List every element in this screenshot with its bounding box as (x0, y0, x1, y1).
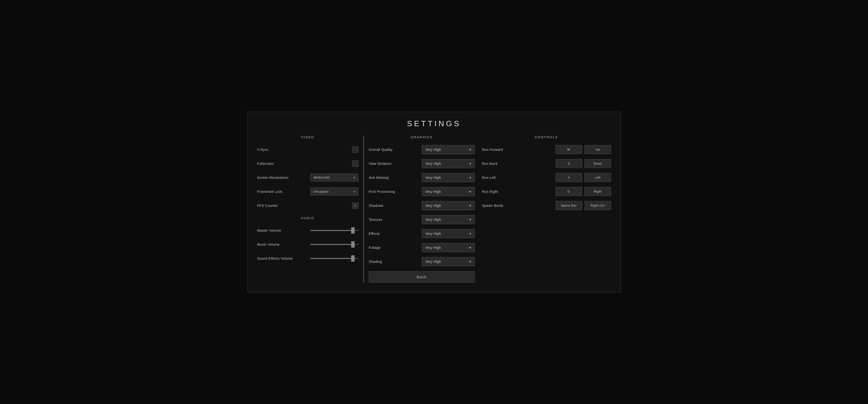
music-volume-row: Music Volume (257, 240, 359, 249)
effects-row: Effects Very High ▾ (369, 229, 475, 238)
master-volume-row: Master Volume (257, 226, 359, 235)
run-back-label: Run Back (482, 162, 514, 166)
fullscreen-checkbox[interactable] (352, 161, 359, 167)
view-distance-dropdown[interactable]: Very High ▾ (422, 159, 475, 168)
sfx-volume-slider[interactable] (310, 258, 359, 259)
foliage-label: Foliage (369, 246, 381, 250)
run-forward-label: Run Forward (482, 148, 514, 151)
spawn-bomb-label: Spawn Bomb (482, 204, 514, 207)
run-right-row: Run Right D Right (482, 187, 611, 197)
view-distance-label: View Distance (369, 162, 392, 166)
sfx-volume-thumb[interactable] (351, 255, 354, 262)
shading-row: Shading Very High ▾ (369, 257, 475, 266)
effects-value: Very High (426, 232, 441, 235)
spawn-bomb-row: Spawn Bomb Space Bar Right Ctrl (482, 201, 611, 210)
view-distance-value: Very High (426, 162, 441, 166)
run-left-key2[interactable]: Left (585, 173, 611, 182)
foliage-value: Very High (426, 246, 441, 250)
anti-aliasing-dropdown[interactable]: Very High ▾ (422, 173, 475, 182)
music-volume-thumb[interactable] (351, 241, 354, 248)
shading-dropdown[interactable]: Very High ▾ (422, 257, 475, 266)
run-right-key1[interactable]: D (556, 187, 582, 196)
anti-aliasing-value: Very High (426, 176, 441, 179)
vertical-divider (363, 135, 364, 283)
effects-label: Effects (369, 232, 380, 235)
chevron-down-icon: ▾ (469, 260, 471, 263)
overall-quality-label: Overall Quality (369, 148, 393, 151)
run-left-keys: A Left (514, 173, 611, 182)
chevron-down-icon: ▾ (469, 246, 471, 250)
framerate-label: Framerate Lock (257, 190, 282, 194)
run-forward-row: Run Forward W Up (482, 145, 611, 154)
framerate-value: Uncapped (313, 190, 329, 193)
vsync-label: V-Sync (257, 148, 269, 151)
master-volume-thumb[interactable] (351, 227, 354, 234)
shadows-dropdown[interactable]: Very High ▾ (422, 201, 475, 210)
overall-quality-row: Overall Quality Very High ▾ (369, 145, 475, 154)
foliage-row: Foliage Very High ▾ (369, 243, 475, 253)
graphics-column: GRAPHICS Overall Quality Very High ▾ Vie… (369, 135, 475, 283)
spawn-bomb-key1[interactable]: Space Bar (556, 201, 582, 210)
chevron-down-icon: ▾ (469, 162, 471, 166)
textures-row: Textures Very High ▾ (369, 215, 475, 225)
run-forward-keys: W Up (514, 145, 611, 154)
back-button[interactable]: Back (369, 271, 475, 283)
post-processing-label: Post Processing (369, 190, 395, 194)
shadows-row: Shadows Very High ▾ (369, 201, 475, 210)
controls-section-title: CONTROLS (482, 135, 611, 139)
run-back-key1[interactable]: S (556, 159, 582, 168)
chevron-down-icon: ▾ (469, 148, 471, 151)
sfx-volume-fill (310, 258, 351, 259)
vsync-row: V-Sync (257, 145, 359, 154)
spacer (475, 135, 482, 283)
view-distance-row: View Distance Very High ▾ (369, 159, 475, 169)
run-left-key1[interactable]: A (556, 173, 582, 182)
sfx-volume-row: Sound Effects Volume (257, 254, 359, 263)
sfx-volume-label: Sound Effects Volume (257, 257, 293, 260)
anti-aliasing-label: Anti Aliasing (369, 176, 389, 179)
screen-res-dropdown[interactable]: 3840x2160 ▾ (310, 174, 359, 181)
framerate-row: Framerate Lock Uncapped ▾ (257, 187, 359, 197)
screen-res-value: 3840x2160 (313, 176, 330, 179)
run-right-key2[interactable]: Right (585, 187, 611, 196)
fps-counter-row: FPS Counter (257, 201, 359, 210)
textures-value: Very High (426, 218, 441, 222)
audio-section-title: AUDIO (257, 216, 359, 220)
chevron-down-icon: ▾ (469, 218, 471, 222)
vsync-checkbox[interactable] (352, 146, 359, 153)
chevron-down-icon: ▾ (469, 204, 471, 207)
framerate-dropdown[interactable]: Uncapped ▾ (310, 187, 359, 196)
run-forward-key2[interactable]: Up (585, 145, 611, 154)
textures-dropdown[interactable]: Very High ▾ (422, 215, 475, 224)
run-back-row: Run Back S Down (482, 159, 611, 169)
run-right-label: Run Right (482, 190, 514, 194)
foliage-dropdown[interactable]: Very High ▾ (422, 243, 475, 252)
chevron-down-icon: ▾ (469, 176, 471, 179)
shadows-value: Very High (426, 204, 441, 207)
master-volume-label: Master Volume (257, 229, 281, 232)
music-volume-label: Music Volume (257, 242, 280, 247)
columns-wrapper: VIDEO V-Sync Fullscreen Screen Resolutio… (257, 135, 611, 283)
run-back-keys: S Down (514, 159, 611, 168)
screen-res-label: Screen Resolutions (257, 176, 288, 179)
fps-counter-label: FPS Counter (257, 204, 278, 207)
spawn-bomb-keys: Space Bar Right Ctrl (514, 201, 611, 210)
video-column: VIDEO V-Sync Fullscreen Screen Resolutio… (257, 135, 359, 283)
overall-quality-dropdown[interactable]: Very High ▾ (422, 145, 475, 154)
music-volume-fill (310, 244, 351, 245)
master-volume-fill (310, 230, 351, 231)
run-back-key2[interactable]: Down (585, 159, 611, 168)
music-volume-slider[interactable] (310, 244, 359, 245)
post-processing-dropdown[interactable]: Very High ▾ (422, 187, 475, 196)
shading-value: Very High (426, 260, 441, 263)
run-forward-key1[interactable]: W (556, 145, 582, 154)
fullscreen-row: Fullscreen (257, 159, 359, 169)
textures-label: Textures (369, 218, 382, 222)
effects-dropdown[interactable]: Very High ▾ (422, 229, 475, 238)
fps-counter-checkbox[interactable] (352, 202, 359, 209)
fullscreen-label: Fullscreen (257, 162, 274, 166)
page-title: SETTINGS (257, 119, 611, 128)
master-volume-slider[interactable] (310, 230, 359, 231)
overall-quality-value: Very High (426, 148, 441, 151)
spawn-bomb-key2[interactable]: Right Ctrl (585, 201, 611, 210)
